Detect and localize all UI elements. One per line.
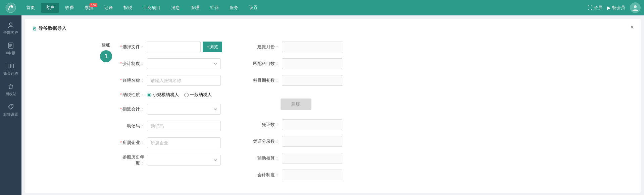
svg-rect-8 — [8, 64, 10, 68]
file-input-group: +浏览 — [147, 42, 222, 52]
fullscreen-btn[interactable]: ⛶ 全屏 — [588, 5, 602, 11]
main-content: ⎘ 导爷数据导入 × 建账 1 — [21, 15, 644, 195]
import-card: ⎘ 导爷数据导入 × 建账 1 — [25, 19, 641, 193]
tax-type-row: *纳税性质： 小规模纳税人 一般纳税人 — [117, 92, 222, 98]
nav-item-billing[interactable]: 收费 — [60, 3, 79, 13]
voucher-entries-label: 凭证分录数： — [249, 138, 279, 144]
nav-item-customer[interactable]: 客户 — [41, 3, 59, 13]
auxiliary-label: 辅助核算： — [249, 155, 279, 161]
vip-label: 畅会员 — [612, 5, 625, 11]
sidebar-item-transfer[interactable]: 账套迁移 — [0, 60, 21, 79]
card-header: ⎘ 导爷数据导入 — [33, 25, 633, 31]
nav-item-message[interactable]: 消息 — [166, 3, 185, 13]
sidebar-item-all-customers[interactable]: 全部客户 — [0, 19, 21, 38]
nav-item-operation[interactable]: 经营 — [205, 3, 224, 13]
voucher-label: 凭证数： — [249, 122, 279, 128]
trash-icon — [7, 83, 14, 90]
svg-point-11 — [11, 106, 12, 107]
accounting-system-label: *会计制度： — [117, 61, 144, 67]
nav-item-home[interactable]: 首页 — [21, 3, 40, 13]
import-icon: ⎘ — [33, 26, 36, 31]
nav-item-service[interactable]: 服务 — [225, 3, 243, 13]
top-nav: 首页 客户 收费 票据 new 记账 报税 工商项目 消息 管理 经营 服务 设… — [0, 0, 644, 15]
tax-small-label: 小规模纳税人 — [153, 92, 179, 98]
ledger-name-row: *账簿名称： — [117, 75, 222, 86]
auxiliary-value — [282, 153, 342, 164]
file-row: *选择文件： +浏览 — [117, 42, 222, 52]
match-subject-value — [282, 58, 342, 69]
assign-accountant-row: *指派会计： — [117, 104, 222, 115]
subject-init-value — [282, 75, 342, 86]
tax-small-radio[interactable]: 小规模纳税人 — [147, 92, 179, 98]
affiliated-company-input[interactable] — [147, 137, 221, 148]
sidebar: 全部客户 0申报 账套迁移 — [0, 15, 21, 195]
auxiliary-row: 辅助核算： — [249, 153, 343, 164]
tax-general-input[interactable] — [184, 93, 189, 97]
tax-small-input[interactable] — [147, 93, 151, 97]
account-month-value — [282, 42, 342, 52]
sidebar-item-declare[interactable]: 0申报 — [0, 39, 21, 58]
memo-code-input[interactable] — [147, 121, 221, 131]
memo-code-row: 助记码： — [117, 121, 222, 131]
fullscreen-label: 全屏 — [594, 5, 602, 11]
accounting-system-right-value — [282, 170, 342, 180]
tax-general-radio[interactable]: 一般纳税人 — [184, 92, 212, 98]
account-month-row: 建账月份： — [249, 42, 343, 52]
nav-item-settings[interactable]: 设置 — [244, 3, 262, 13]
right-panel-grid: 建账月份： 匹配科目数： 科目期初数： — [249, 42, 343, 180]
memo-code-label: 助记码： — [117, 123, 144, 129]
nav-item-ticket[interactable]: 票据 new — [80, 3, 98, 13]
tag-icon — [7, 103, 14, 111]
sidebar-item-label: 回收站 — [5, 91, 16, 96]
subject-init-label: 科目期初数： — [249, 77, 279, 83]
sidebar-item-label: 标签设置 — [3, 112, 18, 117]
tax-type-radio-group: 小规模纳税人 一般纳税人 — [147, 92, 212, 98]
browse-button[interactable]: +浏览 — [203, 42, 222, 52]
svg-point-1 — [11, 6, 13, 8]
reference-year-select[interactable] — [147, 155, 221, 166]
accounting-system-right-row: 会计制度： — [249, 170, 343, 180]
play-icon: ▶ — [607, 5, 611, 10]
account-month-label: 建账月份： — [249, 44, 279, 50]
nav-item-manage[interactable]: 管理 — [186, 3, 204, 13]
tax-general-label: 一般纳税人 — [190, 92, 212, 98]
sidebar-item-label: 全部客户 — [3, 30, 18, 35]
voucher-row: 凭证数： — [249, 119, 343, 130]
accounting-system-row: *会计制度： — [117, 58, 222, 69]
accounting-system-right-label: 会计制度： — [249, 172, 279, 178]
subject-init-row: 科目期初数： — [249, 75, 343, 86]
accounting-system-select[interactable] — [147, 58, 221, 69]
tax-type-label: *纳税性质： — [117, 92, 144, 98]
ledger-name-input[interactable] — [147, 75, 221, 86]
svg-point-3 — [9, 23, 12, 25]
sidebar-item-tags[interactable]: 标签设置 — [0, 101, 21, 120]
new-badge: new — [90, 3, 97, 7]
assign-accountant-select[interactable] — [147, 104, 221, 115]
vip-btn[interactable]: ▶ 畅会员 — [607, 5, 625, 11]
transfer-icon — [7, 62, 14, 70]
build-label: 建账 — [102, 42, 110, 48]
reference-year-row: 参照历史年度： — [117, 154, 222, 166]
nav-items: 首页 客户 收费 票据 new 记账 报税 工商项目 消息 管理 经营 服务 设… — [21, 3, 588, 13]
nav-item-bizproject[interactable]: 工商项目 — [138, 3, 165, 13]
close-button[interactable]: × — [630, 24, 634, 30]
match-subject-row: 匹配科目数： — [249, 58, 343, 69]
sidebar-item-trash[interactable]: 回收站 — [0, 80, 21, 99]
match-subject-label: 匹配科目数： — [249, 61, 279, 67]
voucher-entries-row: 凭证分录数： — [249, 136, 343, 147]
avatar[interactable] — [630, 2, 641, 13]
svg-point-2 — [634, 5, 637, 8]
nav-item-bookkeeping[interactable]: 记账 — [99, 3, 117, 13]
layout: 全部客户 0申报 账套迁移 — [0, 15, 644, 195]
nav-right: ⛶ 全屏 ▶ 畅会员 — [588, 2, 641, 13]
file-input[interactable] — [147, 42, 201, 52]
form-grid: *选择文件： +浏览 *会计制度： — [117, 42, 222, 166]
build-account-button[interactable]: 建账 — [281, 99, 311, 110]
nav-item-tax[interactable]: 报税 — [119, 3, 137, 13]
reference-year-label: 参照历史年度： — [117, 154, 144, 166]
svg-point-0 — [6, 3, 16, 13]
ledger-name-label: *账簿名称： — [117, 77, 144, 83]
fullscreen-icon: ⛶ — [588, 5, 592, 10]
card-title: 导爷数据导入 — [38, 25, 66, 31]
declare-icon — [7, 42, 14, 49]
